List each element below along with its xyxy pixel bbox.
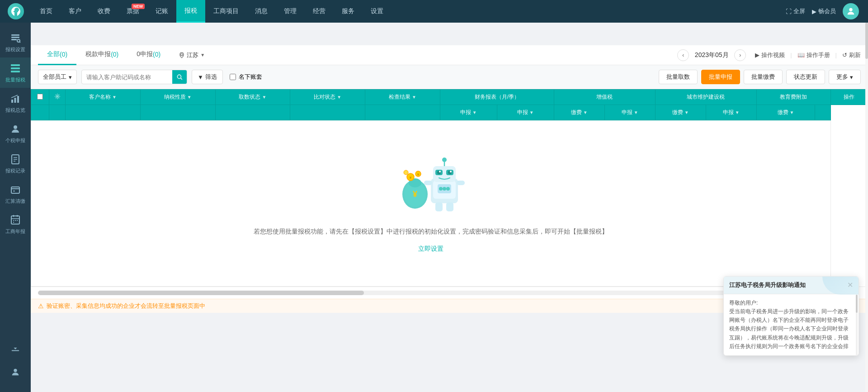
sidebar-item-annual-report[interactable]: 工商年报 bbox=[0, 209, 31, 239]
svg-line-31 bbox=[180, 78, 182, 80]
setup-link[interactable]: 立即设置 bbox=[418, 245, 443, 253]
sidebar-item-personal-tax[interactable]: 个税申报 bbox=[0, 118, 31, 148]
fullscreen-icon: ⛶ bbox=[786, 8, 792, 15]
more-arrow-icon: ▾ bbox=[850, 74, 853, 81]
svg-point-61 bbox=[446, 187, 450, 191]
main-scrollbar-thumb bbox=[865, 23, 868, 59]
notification-content: 受当前电子税务局进一步升级的影响，同一个政务网账号（办税人）名下的企业不能再同时… bbox=[729, 307, 853, 351]
tab-tax-declare-count: (0) bbox=[111, 51, 118, 58]
svg-line-5 bbox=[20, 42, 21, 43]
nav-home[interactable]: 首页 bbox=[32, 0, 61, 23]
nav-business[interactable]: 工商项目 bbox=[205, 0, 247, 23]
sub-account-checkbox[interactable] bbox=[230, 74, 236, 80]
tax-summary-icon bbox=[9, 92, 22, 105]
sidebar-label-batch-tax: 批量报税 bbox=[5, 76, 25, 83]
search-input[interactable] bbox=[82, 74, 172, 81]
search-button[interactable] bbox=[172, 70, 187, 84]
nav-customer[interactable]: 客户 bbox=[61, 0, 90, 23]
nav-operation[interactable]: 经营 bbox=[305, 0, 334, 23]
nav-settings[interactable]: 设置 bbox=[363, 0, 392, 23]
refresh-button[interactable]: ↺ 刷新 bbox=[842, 51, 861, 59]
video-icon: ▶ bbox=[755, 52, 760, 58]
th-education-surcharge: 教育费附加 bbox=[756, 90, 830, 105]
download-icon bbox=[9, 342, 22, 354]
svg-rect-8 bbox=[11, 71, 20, 72]
nav-admin[interactable]: 管理 bbox=[276, 0, 305, 23]
svg-rect-26 bbox=[17, 220, 18, 221]
svg-rect-1 bbox=[11, 34, 19, 36]
nav-invoice[interactable]: 票据 NEW bbox=[118, 0, 147, 23]
nav-billing[interactable]: 收费 bbox=[90, 0, 118, 23]
svg-rect-27 bbox=[13, 222, 14, 223]
th-customer-name: 客户名称▼ bbox=[66, 90, 141, 105]
sidebar-item-batch-tax[interactable]: 批量报税 bbox=[0, 57, 31, 88]
annual-report-icon bbox=[9, 214, 22, 226]
th-financial-declare: 申报▼ bbox=[440, 105, 497, 120]
svg-rect-3 bbox=[11, 39, 17, 40]
fullscreen-button[interactable]: ⛶ 全屏 bbox=[786, 7, 805, 15]
op-manual-button[interactable]: 📖 操作手册 bbox=[797, 51, 830, 59]
toolbar-right: 批量取数 批量申报 批量缴费 状态更新 更多 ▾ bbox=[659, 70, 861, 84]
svg-point-51 bbox=[450, 171, 452, 172]
sidebar-download[interactable] bbox=[0, 337, 31, 359]
region-selector[interactable]: 江苏 ▼ bbox=[179, 51, 205, 59]
prev-month-button[interactable]: ‹ bbox=[677, 49, 689, 61]
invoice-badge: NEW bbox=[132, 4, 145, 9]
th-edu-declare: 申报▼ bbox=[706, 105, 756, 120]
app-logo[interactable] bbox=[5, 0, 27, 23]
status-update-button[interactable]: 状态更新 bbox=[786, 70, 825, 84]
nav-accounting[interactable]: 记账 bbox=[147, 0, 176, 23]
th-vat-pay: 缴费▼ bbox=[554, 105, 604, 120]
nav-items: 首页 客户 收费 票据 NEW 记账 报税 工商项目 消息 管理 经营 服务 设… bbox=[32, 0, 786, 23]
tab-all-count: (0) bbox=[60, 51, 67, 58]
tax-settings-icon bbox=[9, 32, 22, 44]
nav-service[interactable]: 服务 bbox=[334, 0, 363, 23]
sidebar-item-tax-records[interactable]: 报税记录 bbox=[0, 148, 31, 179]
table-wrapper: 客户名称▼ 纳税性质▼ 取数状态▼ 比对状态▼ 检查结果▼ 财务报表（月/季） … bbox=[31, 89, 868, 287]
svg-rect-55 bbox=[457, 181, 465, 185]
next-month-button[interactable]: › bbox=[734, 49, 746, 61]
member-icon: ▶ bbox=[812, 8, 816, 15]
batch-declare-button[interactable]: 批量申报 bbox=[701, 70, 740, 84]
sidebar-item-settlement[interactable]: 汇算清缴 bbox=[0, 179, 31, 209]
user-avatar[interactable] bbox=[843, 3, 859, 19]
th-empty-2 bbox=[49, 105, 66, 120]
filter-icon: ▼ bbox=[198, 74, 203, 81]
tab-tax-declare[interactable]: 税款申报 (0) bbox=[76, 45, 127, 65]
th-tax-nature: 纳税性质▼ bbox=[140, 90, 215, 105]
sidebar-label-tax-records: 报税记录 bbox=[5, 167, 25, 174]
svg-text:¥: ¥ bbox=[410, 176, 412, 180]
op-video-button[interactable]: ▶ 操作视频 bbox=[755, 51, 785, 59]
tab-all[interactable]: 全部 (0) bbox=[38, 45, 76, 65]
region-dropdown-icon: ▼ bbox=[200, 53, 205, 57]
sidebar-item-tax-settings[interactable]: 报税设置 bbox=[0, 27, 31, 57]
sidebar-profile[interactable] bbox=[0, 361, 31, 383]
th-checkbox bbox=[31, 90, 49, 105]
batch-pay-button[interactable]: 批量缴费 bbox=[744, 70, 783, 84]
batch-fetch-button[interactable]: 批量取数 bbox=[659, 70, 698, 84]
tab-zero-declare[interactable]: 0申报 (0) bbox=[127, 45, 170, 65]
empty-state: ¥ ¥ ¥ bbox=[34, 124, 828, 282]
top-nav: 首页 客户 收费 票据 NEW 记账 报税 工商项目 消息 管理 经营 服务 设… bbox=[0, 0, 868, 23]
svg-text:¥: ¥ bbox=[417, 173, 419, 176]
more-button[interactable]: 更多 ▾ bbox=[829, 70, 861, 84]
nav-tax[interactable]: 报税 bbox=[176, 0, 205, 23]
nav-message[interactable]: 消息 bbox=[247, 0, 276, 23]
notification-title: 江苏电子税务局升级影响通知 bbox=[729, 281, 806, 289]
sub-tab-right-btns: ▶ 操作视频 | 📖 操作手册 | ↺ 刷新 bbox=[755, 51, 861, 59]
refresh-icon: ↺ bbox=[842, 52, 847, 58]
svg-rect-2 bbox=[11, 37, 19, 38]
th-edu-pay: 缴费▼ bbox=[756, 105, 815, 120]
th-compare-status: 比对状态▼ bbox=[290, 90, 365, 105]
th-city-declare: 申报▼ bbox=[604, 105, 655, 120]
sidebar-item-tax-summary[interactable]: 报税总览 bbox=[0, 88, 31, 118]
member-button[interactable]: ▶ 畅会员 bbox=[812, 7, 836, 15]
filter-button[interactable]: ▼ 筛选 bbox=[192, 70, 223, 84]
personal-tax-icon bbox=[9, 123, 22, 135]
sidebar: 报税设置 批量报税 报税总览 个税 bbox=[0, 23, 31, 392]
employee-select[interactable]: 全部员工 ▾ bbox=[38, 70, 77, 84]
svg-rect-9 bbox=[11, 100, 13, 103]
select-all-checkbox[interactable] bbox=[37, 94, 43, 100]
svg-point-4 bbox=[17, 39, 20, 42]
main-scrollbar-track bbox=[865, 23, 868, 392]
